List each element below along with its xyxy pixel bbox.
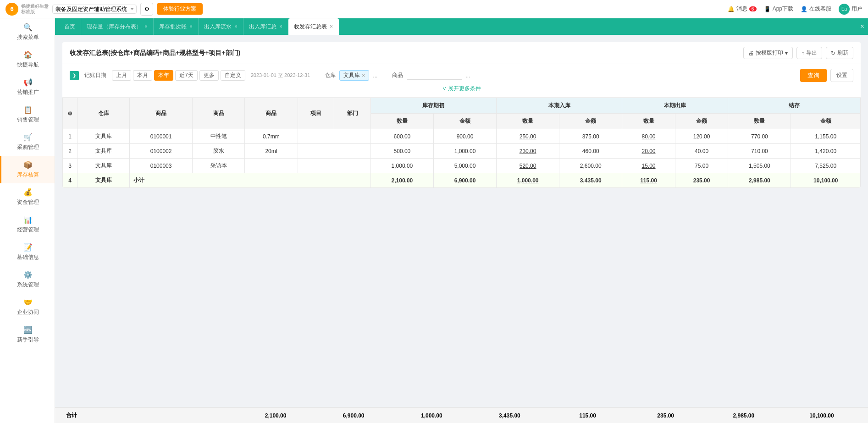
- cell-dept: [334, 144, 371, 159]
- subtotal-out-amt: 235.00: [675, 173, 728, 188]
- tab-recv-send[interactable]: 收发存汇总表 ×: [288, 18, 339, 35]
- system-icon: ⚙️: [23, 270, 33, 279]
- query-button[interactable]: 查询: [800, 69, 827, 82]
- settings-button[interactable]: 设置: [830, 69, 853, 82]
- collab-icon: 🤝: [23, 298, 33, 307]
- date-this-month[interactable]: 本月: [133, 70, 152, 81]
- tab-close-inout-summary[interactable]: ×: [279, 24, 282, 29]
- tab-close-stock-dist[interactable]: ×: [144, 24, 148, 29]
- sidebar-item-basic[interactable]: 📝 基础信息: [0, 238, 55, 266]
- print-button[interactable]: 🖨 按模版打印 ▾: [743, 47, 793, 59]
- subtotal-no: 4: [63, 173, 77, 188]
- user-item[interactable]: Ea 用户: [839, 4, 862, 15]
- sidebar-item-search[interactable]: 🔍 搜索菜单: [0, 18, 55, 46]
- sidebar-item-purchase[interactable]: 🛒 采购管理: [0, 128, 55, 156]
- cell-in-qty: 250.00: [497, 129, 559, 144]
- title-actions: 🖨 按模版打印 ▾ ↑ 导出 ↻ 刷新: [743, 47, 853, 59]
- cell-opening-amt: 5,000.00: [433, 159, 496, 173]
- th-warehouse: 仓库: [77, 98, 130, 129]
- th-out-group: 本期出库: [622, 98, 728, 114]
- expand-row: ∨ 展开更多条件: [70, 85, 853, 93]
- basic-icon: 📝: [23, 243, 33, 252]
- cell-in-amt: 460.00: [559, 144, 622, 159]
- tab-batch[interactable]: 库存批次账 ×: [154, 18, 199, 35]
- experience-button[interactable]: 体验行业方案: [157, 3, 203, 15]
- settings-icon[interactable]: ⚙: [67, 110, 72, 117]
- notifications-item[interactable]: 🔔 消息 6: [728, 5, 757, 13]
- filter-toggle[interactable]: ❯: [70, 71, 79, 80]
- cell-closing-qty: 1,505.00: [728, 159, 791, 173]
- warehouse-tag-close[interactable]: ×: [362, 72, 365, 79]
- settings-icon[interactable]: ⚙: [140, 3, 153, 16]
- sidebar-item-inventory[interactable]: 📦 库存核算: [0, 156, 55, 183]
- purchase-icon: 🛒: [23, 133, 33, 142]
- cell-project: [298, 129, 334, 144]
- subtotal-opening-qty: 2,100.00: [370, 173, 433, 188]
- warehouse-label: 仓库: [325, 71, 336, 79]
- sidebar-item-finance[interactable]: 💰 资金管理: [0, 183, 55, 211]
- system-selector[interactable]: 装备及固定资产辅助管理系统: [52, 5, 137, 14]
- cell-closing-amt: 1,155.00: [791, 129, 861, 144]
- date-this-year[interactable]: 本年: [154, 70, 173, 81]
- th-settings: ⚙: [63, 98, 77, 129]
- date-last-month[interactable]: 上月: [112, 70, 131, 81]
- sidebar-item-operations[interactable]: 📊 经营管理: [0, 211, 55, 238]
- total-out-qty: 115.00: [549, 412, 627, 419]
- sidebar-item-guide[interactable]: 🆕 新手引导: [0, 321, 55, 348]
- tab-close-recv-send[interactable]: ×: [330, 24, 333, 29]
- subtotal-closing-amt: 10,100.00: [791, 173, 861, 188]
- tab-home[interactable]: 首页: [59, 18, 81, 35]
- cell-name: 采访本: [193, 159, 245, 173]
- total-in-amt: 3,435.00: [470, 412, 548, 419]
- page-title: 收发存汇总表(按仓库+商品编码+商品+规格型号+项目+部门): [70, 49, 240, 57]
- sidebar-item-sales[interactable]: 📋 销售管理: [0, 101, 55, 128]
- tab-close-batch[interactable]: ×: [189, 24, 193, 29]
- goods-input[interactable]: [407, 71, 462, 80]
- tab-stock-dist[interactable]: 现存量（库存分布表） ×: [81, 18, 154, 35]
- th-in-group: 本期入库: [497, 98, 622, 114]
- expand-button[interactable]: ∨ 展开更多条件: [442, 85, 481, 92]
- subtotal-out-qty: 115.00: [622, 173, 675, 188]
- total-closing-amt: 10,100.00: [783, 412, 861, 419]
- cell-in-qty: 230.00: [497, 144, 559, 159]
- cell-out-qty: 15.00: [622, 159, 675, 173]
- online-service-item[interactable]: 👤 在线客服: [801, 5, 831, 13]
- chevron-down-icon: ▾: [785, 50, 788, 56]
- header-right: 🔔 消息 6 📱 App下载 👤 在线客服 Ea 用户: [728, 4, 862, 15]
- content-area: 首页 现存量（库存分布表） × 库存批次账 × 出入库流水 × 出入库汇总 × …: [55, 18, 868, 423]
- tab-inout-summary[interactable]: 出入库汇总 ×: [243, 18, 288, 35]
- th-goods-name: 商品: [193, 98, 245, 129]
- export-button[interactable]: ↑ 导出: [796, 47, 822, 59]
- goods-more-btn[interactable]: ...: [465, 72, 470, 79]
- th-in-amt: 金额: [559, 114, 622, 129]
- sidebar-item-quick-nav[interactable]: 🏠 快捷导航: [0, 46, 55, 73]
- total-out-amt: 235.00: [627, 412, 705, 419]
- service-icon: 👤: [801, 6, 807, 12]
- cell-closing-amt: 7,525.00: [791, 159, 861, 173]
- cell-project: [298, 144, 334, 159]
- th-opening-amt: 金额: [433, 114, 496, 129]
- avatar: Ea: [839, 4, 850, 15]
- refresh-button[interactable]: ↻ 刷新: [826, 47, 853, 59]
- cell-spec: [245, 159, 298, 173]
- warehouse-more-btn[interactable]: ...: [373, 72, 377, 79]
- main-layout: 🔍 搜索菜单 🏠 快捷导航 📢 营销推广 📋 销售管理 🛒 采购管理 📦 库存核…: [0, 18, 868, 423]
- date-7days[interactable]: 近7天: [175, 70, 198, 81]
- date-more[interactable]: 更多: [199, 70, 219, 81]
- app-download-item[interactable]: 📱 App下载: [764, 5, 793, 13]
- th-closing-group: 结存: [728, 98, 861, 114]
- tab-inout-flow[interactable]: 出入库流水 ×: [199, 18, 243, 35]
- th-goods-spec: 商品: [245, 98, 298, 129]
- sidebar-item-marketing[interactable]: 📢 营销推广: [0, 73, 55, 101]
- date-custom[interactable]: 自定义: [221, 70, 245, 81]
- close-all-tabs[interactable]: ×: [860, 22, 864, 31]
- cell-warehouse: 文具库: [77, 159, 130, 173]
- sidebar-item-collab[interactable]: 🤝 企业协同: [0, 293, 55, 321]
- th-goods-code: 商品: [130, 98, 193, 129]
- date-shortcuts: 上月 本月 本年 近7天 更多 自定义: [112, 70, 245, 81]
- th-department: 部门: [334, 98, 371, 129]
- page-content: 收发存汇总表(按仓库+商品编码+商品+规格型号+项目+部门) 🖨 按模版打印 ▾…: [55, 35, 868, 407]
- tab-close-inout-flow[interactable]: ×: [234, 24, 238, 29]
- notifications-badge: 6: [749, 6, 757, 11]
- sidebar-item-system[interactable]: ⚙️ 系统管理: [0, 266, 55, 293]
